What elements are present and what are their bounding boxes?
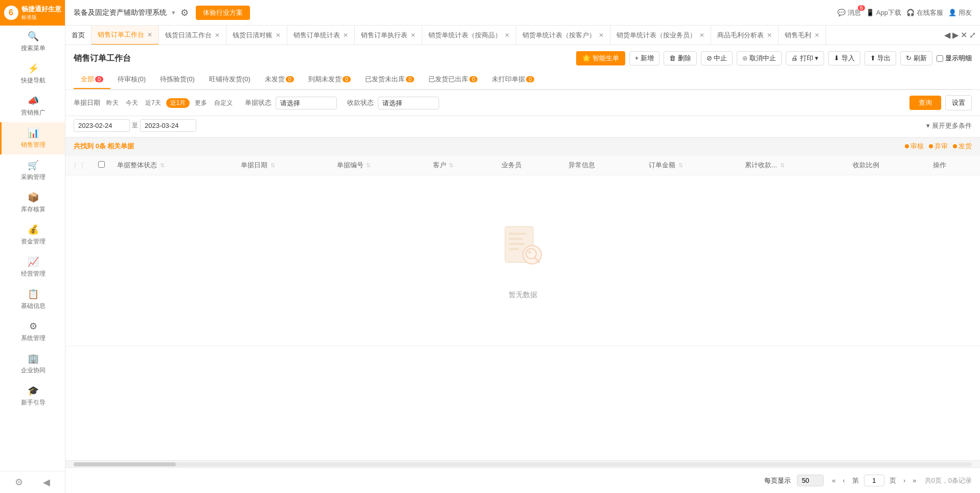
tab-sales-by-product[interactable]: 销货单统计表（按商品） ✕ [422,26,516,45]
tab-close-icon[interactable]: ✕ [814,32,819,39]
app-logo: 6 畅捷通好生意 标准版 [0,0,65,26]
show-detail-checkbox-label[interactable]: 显示明细 [937,54,972,63]
expand-conditions-btn[interactable]: ▾ 展开更多条件 [926,121,972,130]
ship-btn[interactable]: 发货 [953,142,972,151]
date-btn-yesterday[interactable]: 昨天 [104,98,121,108]
tab-sales-margin[interactable]: 销售毛利 ✕ [779,26,826,45]
sort-icon[interactable]: ⇅ [270,162,275,168]
query-btn[interactable]: 查询 [909,96,941,110]
tab-sales-exec[interactable]: 销售订单执行表 ✕ [355,26,422,45]
sidebar-item-promo[interactable]: 📣 营销推广 [0,90,65,122]
tab-close-icon[interactable]: ✕ [147,31,152,38]
date-btn-custom[interactable]: 自定义 [212,98,235,108]
date-btn-1month[interactable]: 近1月 [166,98,190,108]
date-btn-7days[interactable]: 近7天 [143,98,163,108]
scroll-thumb[interactable] [74,462,176,466]
horizontal-scrollbar[interactable] [65,460,980,467]
tab-reconcile[interactable]: 钱货日清对账 ✕ [226,26,287,45]
set-btn[interactable]: 设置 [945,95,972,110]
refresh-btn[interactable]: ↻ 刷新 [900,51,932,65]
sort-icon[interactable]: ⇅ [366,162,371,168]
tabs-fullscreen-icon[interactable]: ⤢ [969,30,976,40]
tab-close-icon[interactable]: ✕ [276,32,281,39]
tab-margin-analysis[interactable]: 商品毛利分析表 ✕ [711,26,779,45]
status-select[interactable]: 请选择 [276,97,337,109]
smart-create-btn[interactable]: 🌟 智能生单 [576,51,625,65]
sort-icon[interactable]: ⇅ [678,162,683,168]
tab-cash-daily[interactable]: 钱货日清工作台 ✕ [159,26,226,45]
sub-tab-all[interactable]: 全部0 [74,71,110,89]
sub-tab-pending-review[interactable]: 待审核(0) [110,71,153,89]
sub-tab-shipped-out[interactable]: 已发货已出库0 [421,71,485,89]
import-btn[interactable]: ⬇ 导入 [828,51,860,65]
sidebar-item-inventory[interactable]: 📦 库存核算 [0,187,65,219]
tabs-close-all-icon[interactable]: ✕ [961,30,967,40]
user-btn[interactable]: 👤 用友 [948,8,972,17]
trial-btn[interactable]: 体验行业方案 [196,6,250,20]
tab-close-icon[interactable]: ✕ [767,32,772,39]
tabs-prev-icon[interactable]: ◀ [944,30,950,40]
sidebar-item-basic[interactable]: 📋 基础信息 [0,283,65,316]
tab-sales-workbench[interactable]: 销售订单工作台 ✕ [92,26,159,45]
tab-close-icon[interactable]: ✕ [505,32,510,39]
sidebar-item-system[interactable]: ⚙ 系统管理 [0,316,65,348]
settings-bottom-icon[interactable]: ⚙ [15,477,23,488]
sidebar-item-search[interactable]: 🔍 搜索菜单 [0,26,65,58]
sidebar-item-nav[interactable]: ⚡ 快捷导航 [0,58,65,90]
payment-select[interactable]: 请选择 [378,97,439,109]
stop-btn[interactable]: ⊘ 中止 [701,51,733,65]
sub-tab-unprinted[interactable]: 未打印单据0 [485,71,541,89]
page-first-btn[interactable]: « [830,476,837,485]
sidebar-item-enterprise[interactable]: 🏢 企业协同 [0,348,65,380]
review-btn[interactable]: 审核 [905,142,924,151]
tab-close-icon[interactable]: ✕ [215,32,220,39]
app-download-btn[interactable]: 📱 App下载 [866,8,901,17]
sidebar-item-sales[interactable]: 📊 销售管理 [0,122,65,154]
sidebar-item-purchase[interactable]: 🛒 采购管理 [0,154,65,187]
page-number-input[interactable] [864,475,884,486]
export-btn[interactable]: ⬆ 导出 [864,51,897,65]
page-last-btn[interactable]: » [910,476,918,485]
sort-icon[interactable]: ⇅ [449,162,453,168]
tab-close-icon[interactable]: ✕ [343,32,348,39]
tab-home[interactable]: 首页 [65,26,92,45]
select-all-checkbox[interactable] [98,161,105,168]
tab-sales-by-customer[interactable]: 销货单统计表（按客户） ✕ [516,26,610,45]
sub-tab-shop-pending[interactable]: 旺铺待发货(0) [202,71,258,89]
tab-close-icon[interactable]: ✕ [699,32,704,39]
topbar-dropdown-icon[interactable]: ▾ [172,9,175,16]
sidebar-item-guide[interactable]: 🎓 新手引导 [0,380,65,412]
svg-rect-2 [509,238,523,240]
sidebar-item-finance[interactable]: 💰 资金管理 [0,219,65,251]
ship-dot [953,144,957,148]
tab-close-icon[interactable]: ✕ [411,32,416,39]
page-size-select[interactable]: 50 100 200 [797,475,824,486]
delete-btn[interactable]: 🗑 删除 [664,51,697,65]
show-detail-checkbox[interactable] [937,55,943,62]
cancel-stop-btn[interactable]: ⊙ 取消中止 [737,51,782,65]
message-btn[interactable]: 💬 6 消息 [837,8,861,17]
sub-tab-shipped-not-out[interactable]: 已发货未出库0 [358,71,421,89]
abandon-review-btn[interactable]: 弃审 [929,142,948,151]
page-next-btn[interactable]: › [901,476,907,485]
page-prev-btn[interactable]: ‹ [841,476,847,485]
date-from-input[interactable] [74,119,130,132]
tab-sales-by-staff[interactable]: 销货单统计表（按业务员） ✕ [610,26,711,45]
sub-tab-unshipped[interactable]: 未发货0 [258,71,301,89]
date-btn-today[interactable]: 今天 [124,98,140,108]
sub-tab-overdue[interactable]: 到期未发货0 [301,71,358,89]
sidebar-item-operations[interactable]: 📈 经营管理 [0,251,65,283]
collapse-icon[interactable]: ◀ [43,477,50,488]
sub-tab-pending-check[interactable]: 待拣验货(0) [153,71,202,89]
date-to-input[interactable] [140,119,196,132]
print-btn[interactable]: 🖨 打印 ▾ [786,51,824,65]
add-btn[interactable]: + 新增 [629,51,659,65]
sort-icon[interactable]: ⇅ [160,162,165,168]
settings-icon[interactable]: ⚙ [180,7,189,18]
tab-sales-stats[interactable]: 销售订单统计表 ✕ [287,26,355,45]
sort-icon[interactable]: ⇅ [780,162,785,168]
online-service-btn[interactable]: 🎧 在线客服 [906,8,943,17]
tabs-next-icon[interactable]: ▶ [952,30,959,40]
date-btn-more[interactable]: 更多 [193,98,209,108]
tab-close-icon[interactable]: ✕ [599,32,604,39]
